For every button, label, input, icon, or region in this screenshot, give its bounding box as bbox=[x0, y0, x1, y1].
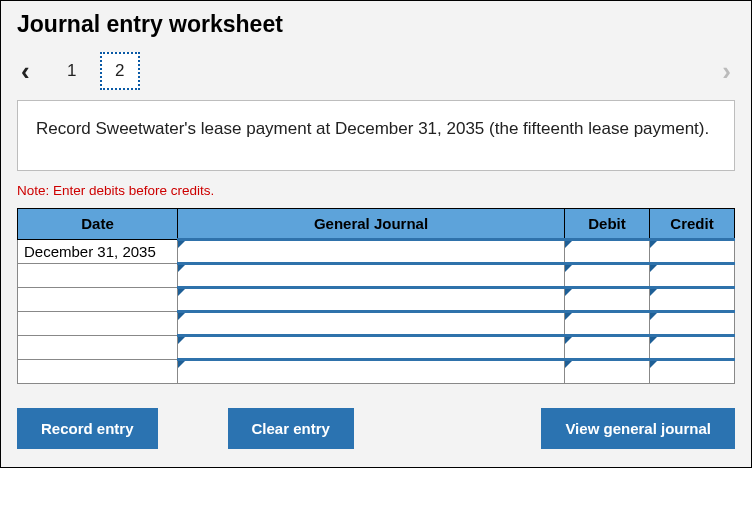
date-cell[interactable] bbox=[18, 287, 178, 311]
dropdown-icon bbox=[650, 241, 657, 248]
credit-cell[interactable] bbox=[650, 239, 735, 263]
table-row bbox=[18, 263, 735, 287]
dropdown-icon bbox=[565, 289, 572, 296]
date-cell[interactable] bbox=[18, 335, 178, 359]
gj-cell[interactable] bbox=[178, 311, 565, 335]
credit-cell[interactable] bbox=[650, 335, 735, 359]
credit-cell[interactable] bbox=[650, 311, 735, 335]
dropdown-icon bbox=[178, 361, 185, 368]
dropdown-icon bbox=[650, 313, 657, 320]
dropdown-icon bbox=[650, 361, 657, 368]
journal-table: Date General Journal Debit Credit Decemb… bbox=[17, 208, 735, 384]
dropdown-icon bbox=[650, 289, 657, 296]
date-cell[interactable] bbox=[18, 359, 178, 383]
credit-cell[interactable] bbox=[650, 287, 735, 311]
journal-tbody: December 31, 2035 bbox=[18, 239, 735, 383]
table-row bbox=[18, 359, 735, 383]
dropdown-icon bbox=[650, 265, 657, 272]
gj-cell[interactable] bbox=[178, 335, 565, 359]
debit-cell[interactable] bbox=[565, 311, 650, 335]
col-header-credit: Credit bbox=[650, 208, 735, 239]
worksheet-panel: Journal entry worksheet ‹ 1 2 › Record S… bbox=[0, 0, 752, 468]
credit-cell[interactable] bbox=[650, 263, 735, 287]
dropdown-icon bbox=[178, 289, 185, 296]
gj-cell[interactable] bbox=[178, 239, 565, 263]
page-tab-1[interactable]: 1 bbox=[52, 52, 92, 90]
credit-cell[interactable] bbox=[650, 359, 735, 383]
dropdown-icon bbox=[178, 241, 185, 248]
dropdown-icon bbox=[565, 241, 572, 248]
instruction-text: Record Sweetwater's lease payment at Dec… bbox=[17, 100, 735, 171]
debit-cell[interactable] bbox=[565, 359, 650, 383]
dropdown-icon bbox=[650, 337, 657, 344]
dropdown-icon bbox=[178, 313, 185, 320]
dropdown-icon bbox=[178, 265, 185, 272]
gj-cell[interactable] bbox=[178, 263, 565, 287]
pager: ‹ 1 2 › bbox=[1, 46, 751, 100]
page-title: Journal entry worksheet bbox=[1, 1, 751, 46]
dropdown-icon bbox=[178, 337, 185, 344]
button-row: Record entry Clear entry View general jo… bbox=[1, 394, 751, 467]
debit-cell[interactable] bbox=[565, 263, 650, 287]
record-entry-button[interactable]: Record entry bbox=[17, 408, 158, 449]
debit-cell[interactable] bbox=[565, 239, 650, 263]
col-header-general-journal: General Journal bbox=[178, 208, 565, 239]
view-general-journal-button[interactable]: View general journal bbox=[541, 408, 735, 449]
table-row bbox=[18, 311, 735, 335]
gj-cell[interactable] bbox=[178, 359, 565, 383]
table-row bbox=[18, 335, 735, 359]
prev-page-button[interactable]: ‹ bbox=[17, 56, 34, 87]
dropdown-icon bbox=[565, 265, 572, 272]
debit-cell[interactable] bbox=[565, 335, 650, 359]
dropdown-icon bbox=[565, 313, 572, 320]
date-cell[interactable] bbox=[18, 311, 178, 335]
gj-cell[interactable] bbox=[178, 287, 565, 311]
table-row: December 31, 2035 bbox=[18, 239, 735, 263]
clear-entry-button[interactable]: Clear entry bbox=[228, 408, 354, 449]
date-cell[interactable]: December 31, 2035 bbox=[18, 239, 178, 263]
note-text: Note: Enter debits before credits. bbox=[1, 177, 751, 208]
dropdown-icon bbox=[565, 361, 572, 368]
next-page-button[interactable]: › bbox=[718, 56, 735, 87]
dropdown-icon bbox=[565, 337, 572, 344]
page-tab-2[interactable]: 2 bbox=[100, 52, 140, 90]
debit-cell[interactable] bbox=[565, 287, 650, 311]
col-header-date: Date bbox=[18, 208, 178, 239]
date-cell[interactable] bbox=[18, 263, 178, 287]
col-header-debit: Debit bbox=[565, 208, 650, 239]
journal-table-wrap: Date General Journal Debit Credit Decemb… bbox=[1, 208, 751, 394]
table-row bbox=[18, 287, 735, 311]
